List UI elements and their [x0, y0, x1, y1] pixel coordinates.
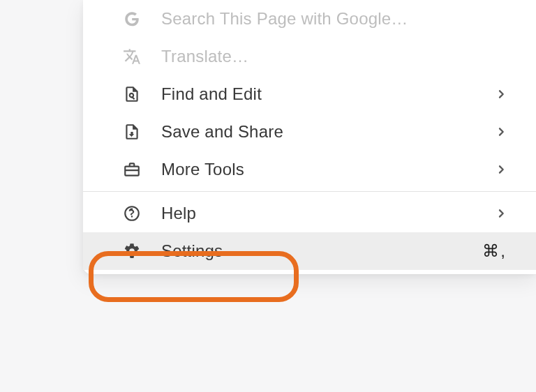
menu-label: Help [161, 204, 196, 223]
help-icon [122, 204, 142, 223]
menu-label: Save and Share [161, 122, 283, 142]
chevron-right-icon [496, 126, 507, 137]
menu-item-find-and-edit[interactable]: Find and Edit [83, 75, 536, 113]
menu-item-help[interactable]: Help [83, 195, 536, 232]
menu-label: Search This Page with Google… [161, 9, 408, 29]
chevron-right-icon [496, 208, 507, 219]
chevron-right-icon [496, 89, 507, 100]
menu-item-search-google: Search This Page with Google… [83, 0, 536, 38]
find-in-page-icon [122, 84, 142, 104]
google-icon [122, 9, 142, 29]
chevron-right-icon [496, 164, 507, 175]
translate-icon [122, 47, 142, 66]
gear-icon [122, 241, 142, 261]
context-menu-panel: Search This Page with Google… Translate…… [83, 0, 536, 274]
menu-label: Find and Edit [161, 84, 262, 104]
keyboard-shortcut: ⌘, [482, 241, 507, 261]
save-page-icon [122, 122, 142, 142]
menu-label: More Tools [161, 160, 244, 179]
menu-item-save-and-share[interactable]: Save and Share [83, 113, 536, 151]
menu-item-settings[interactable]: Settings ⌘, [83, 232, 536, 270]
menu-separator [83, 191, 536, 192]
menu-item-translate: Translate… [83, 38, 536, 75]
toolbox-icon [122, 160, 142, 179]
menu-item-more-tools[interactable]: More Tools [83, 151, 536, 188]
menu-label: Translate… [161, 47, 248, 66]
menu-label: Settings [161, 241, 223, 261]
